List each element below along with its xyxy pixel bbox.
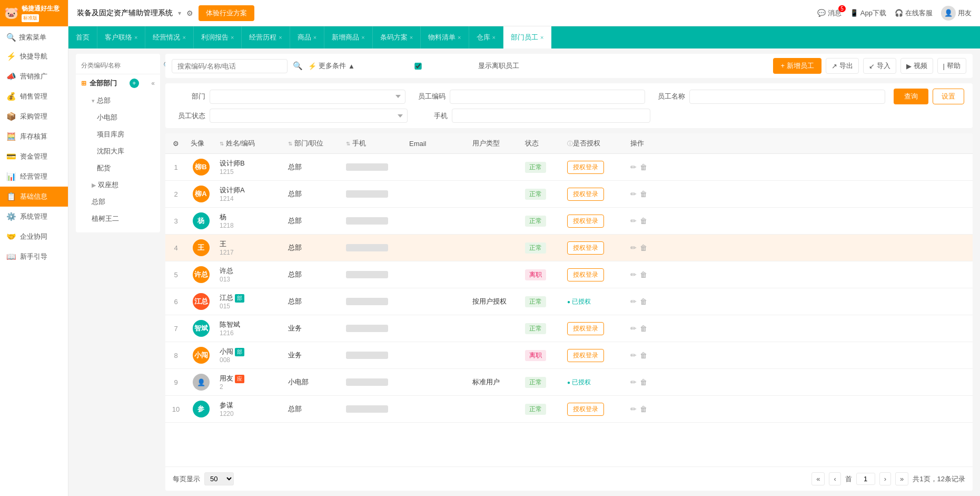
adv-code-input[interactable] [450,90,646,104]
topbar-dropdown-icon[interactable]: ▾ [178,9,181,17]
prev-page-btn[interactable]: ‹ [829,472,840,485]
add-employee-btn[interactable]: + 新增员工 [773,58,821,74]
online-service-btn[interactable]: 🎧 在线客服 [895,8,933,18]
sidebar-item-sales[interactable]: 💰 销售管理 [0,86,68,106]
query-btn[interactable]: 查询 [894,89,928,104]
delete-btn[interactable]: 🗑 [640,163,647,171]
tab-operations-close[interactable]: × [182,34,185,41]
edit-btn[interactable]: ✏ [630,163,637,171]
tab-bom-close[interactable]: × [458,34,461,41]
user-btn[interactable]: 👤 用友 [941,6,972,21]
auth-login-btn[interactable]: 授权登录 [567,188,604,201]
edit-btn[interactable]: ✏ [630,190,637,198]
edit-btn[interactable]: ✏ [630,244,637,252]
tab-barcode[interactable]: 条码方案× [373,26,421,48]
more-conditions-btn[interactable]: ⚡ 更多条件 ▲ [308,61,355,71]
export-btn[interactable]: ↗ 导出 [826,58,859,74]
sidebar-item-quick[interactable]: ⚡ 快捷导航 [0,46,68,66]
delete-btn[interactable]: 🗑 [640,217,647,225]
auth-login-btn[interactable]: 授权登录 [567,241,604,255]
edit-btn[interactable]: ✏ [630,324,637,333]
first-page-btn[interactable]: « [811,472,825,485]
auth-login-btn[interactable]: 授权登录 [567,322,604,335]
col-phone[interactable]: ⇅ 手机 [342,133,405,154]
delete-btn[interactable]: 🗑 [640,270,647,279]
tab-customer[interactable]: 客户联络× [97,26,145,48]
tab-barcode-close[interactable]: × [410,34,413,41]
sidebar-item-operation[interactable]: 📊 经营管理 [0,167,68,187]
tab-add-goods[interactable]: 新增商品× [324,26,372,48]
dept-collapse-icon[interactable]: « [151,80,155,87]
sidebar-item-purchase[interactable]: 📦 采购管理 [0,106,68,127]
col-settings[interactable]: ⚙ [165,133,186,154]
tab-add-goods-close[interactable]: × [361,34,364,41]
tab-goods[interactable]: 商品× [290,26,324,48]
sidebar-item-finance[interactable]: 💳 资金管理 [0,147,68,167]
auth-login-btn[interactable]: 授权登录 [567,349,604,362]
tab-profit[interactable]: 利润报告× [194,26,242,48]
tab-history-close[interactable]: × [279,34,282,41]
adv-phone-input[interactable] [452,109,650,123]
sidebar-item-marketing[interactable]: 📣 营销推广 [0,66,68,86]
trial-btn[interactable]: 体验行业方案 [199,5,254,21]
show-archived-checkbox[interactable] [360,63,476,70]
last-page-btn[interactable]: » [895,472,908,485]
dept-search-input[interactable] [81,62,160,69]
tab-goods-close[interactable]: × [313,34,316,41]
import-btn[interactable]: ↙ 导入 [863,58,896,74]
tab-warehouse[interactable]: 仓库× [469,26,503,48]
tab-employees[interactable]: 部门员工× [503,26,551,48]
next-page-btn[interactable]: › [879,472,891,485]
delete-btn[interactable]: 🗑 [640,324,647,333]
message-btn[interactable]: 💬 消息 5 [817,8,842,18]
dept-add-btn[interactable]: + [130,79,139,88]
sidebar-item-guide[interactable]: 📖 新手引导 [0,247,68,267]
search-btn[interactable]: 🔍 [293,61,303,71]
delete-btn[interactable]: 🗑 [640,244,647,252]
dept-tree-item-hq[interactable]: 总部 [76,193,160,210]
col-dept[interactable]: ⇅ 部门/职位 [284,133,342,154]
dept-tree-item-electric[interactable]: 小电部 [76,109,160,126]
auth-login-btn[interactable]: 授权登录 [567,268,604,281]
dept-tree-item-shenyang[interactable]: 沈阳大库 [76,143,160,160]
app-download-btn[interactable]: 📱 App下载 [850,8,886,18]
settings-icon[interactable]: ⚙ [186,9,193,17]
dept-tree-item-distribution[interactable]: 配货 [76,160,160,177]
edit-btn[interactable]: ✏ [630,217,637,225]
delete-btn[interactable]: 🗑 [640,297,647,306]
dept-tree-item-general[interactable]: ▾ 总部 [76,92,160,109]
sidebar-item-enterprise[interactable]: 🤝 企业协同 [0,227,68,247]
tab-profit-close[interactable]: × [231,34,234,41]
edit-btn[interactable]: ✏ [630,297,637,306]
set-btn[interactable]: 设置 [933,89,964,104]
dept-tree-item-tree-king[interactable]: 植树王二 [76,210,160,227]
tab-employees-close[interactable]: × [540,34,543,41]
sidebar-item-basic[interactable]: 📋 基础信息 [0,187,68,207]
auth-login-btn[interactable]: 授权登录 [567,215,604,228]
dept-tree-item-project[interactable]: 项目库房 [76,126,160,143]
tab-bom[interactable]: 物料清单× [421,26,469,48]
edit-btn[interactable]: ✏ [630,270,637,279]
tab-customer-close[interactable]: × [134,34,137,41]
auth-login-btn[interactable]: 授权登录 [567,403,604,416]
per-page-select[interactable]: 50 20 100 [204,472,234,485]
delete-btn[interactable]: 🗑 [640,405,647,413]
view-btn[interactable]: ▶ 视频 [900,58,933,74]
sidebar-item-inventory[interactable]: 🧮 库存核算 [0,127,68,147]
edit-btn[interactable]: ✏ [630,405,637,413]
dept-tree-item-dual[interactable]: ▶ 双座想 [76,177,160,193]
auth-login-btn[interactable]: 授权登录 [567,161,604,174]
tab-operations[interactable]: 经营情况× [145,26,193,48]
page-input[interactable] [856,473,875,485]
delete-btn[interactable]: 🗑 [640,378,647,386]
tab-home[interactable]: 首页 [68,26,97,48]
adv-status-select[interactable] [210,109,408,123]
sidebar-item-system[interactable]: ⚙️ 系统管理 [0,207,68,227]
tab-warehouse-close[interactable]: × [492,34,496,41]
sidebar-item-search[interactable]: 🔍 搜索菜单 [0,28,68,46]
delete-btn[interactable]: 🗑 [640,351,647,359]
edit-btn[interactable]: ✏ [630,378,637,386]
col-name[interactable]: ⇅ 姓名/编码 [215,133,284,154]
adv-dept-select[interactable] [210,90,405,104]
delete-btn[interactable]: 🗑 [640,190,647,198]
